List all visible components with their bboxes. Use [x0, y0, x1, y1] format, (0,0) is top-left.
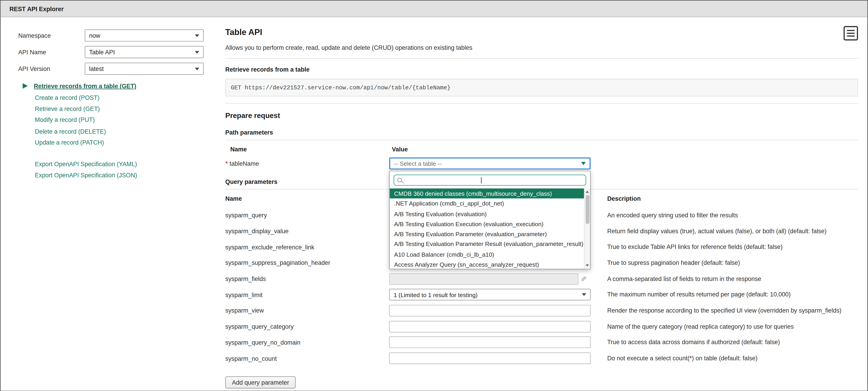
sidebar-item-delete-record-delete[interactable]: Delete a record (DELETE) [35, 128, 106, 135]
query-param-row: sysparm_limit 1 (Limited to 1 result for… [225, 287, 858, 303]
query-param-row: sysparm_no_count Do not execute a select… [225, 350, 858, 366]
export-openapi-json-link[interactable]: Export OpenAPI Specification (JSON) [35, 172, 137, 178]
table-option[interactable]: A/B Testing Evaluation Execution (evalua… [390, 219, 590, 229]
page-title: Table API [225, 26, 262, 38]
path-col-value: Value [389, 146, 591, 152]
sidebar-item-create-record-post[interactable]: Create a record (POST) [35, 94, 100, 101]
tablename-select[interactable]: -- Select a table -- [389, 157, 591, 170]
scrollbar-thumb[interactable] [585, 195, 589, 224]
api-name-select-value: Table API [89, 49, 115, 55]
main-panel: Table API Allows you to perform create, … [216, 17, 867, 391]
api-name-label: API Name [18, 49, 85, 55]
export-links: Export OpenAPI Specification (YAML) Expo… [18, 158, 216, 181]
sidebar-item-modify-record-put[interactable]: Modify a record (PUT) [35, 117, 95, 123]
sidebar-item-retrieve-record-get[interactable]: Retrieve a record (GET) [35, 105, 100, 112]
chevron-down-icon [581, 162, 586, 165]
text-cursor [481, 177, 482, 183]
divider [225, 58, 858, 59]
table-option[interactable]: A10 Load Balancer (cmdb_ci_lb_a10) [390, 249, 590, 260]
query-col-description: Description [591, 195, 858, 202]
scroll-up-icon[interactable] [585, 189, 590, 194]
query-param-row: sysparm_fields ✎ A comma-separated list … [225, 271, 858, 287]
namespace-field: Namespace now [18, 27, 216, 44]
table-option[interactable]: .NET Application (cmdb_ci_appl_dot_net) [390, 199, 590, 209]
prepare-request-title: Prepare request [225, 111, 858, 121]
path-col-name: Name [225, 146, 389, 152]
table-option[interactable]: A/B Testing Evaluation Parameter Result … [390, 239, 590, 249]
sidebar: Namespace now API Name Table API API Ver… [0, 17, 216, 391]
hamburger-icon [847, 30, 855, 31]
export-openapi-yaml-link[interactable]: Export OpenAPI Specification (YAML) [35, 161, 137, 167]
table-option[interactable]: Access Analyzer Query (sn_access_analyze… [390, 259, 590, 269]
chevron-down-icon [582, 293, 586, 296]
required-asterisk: * [225, 160, 228, 167]
api-version-select[interactable]: latest [85, 62, 204, 75]
dropdown-scrollbar[interactable] [584, 189, 590, 269]
query-col-name: Name [225, 195, 389, 202]
sysparm-query-category-input[interactable] [389, 321, 591, 332]
edit-pencil-icon[interactable]: ✎ [581, 275, 587, 283]
table-search-box [394, 175, 586, 186]
scroll-down-icon[interactable] [585, 263, 590, 268]
sysparm-no-count-input[interactable] [389, 353, 591, 364]
table-select-dropdown: CMDB 360 denied classes (cmdb_multisourc… [389, 171, 591, 269]
api-methods-nav: Retrieve records from a table (GET) Crea… [18, 81, 216, 148]
api-description: Allows you to perform create, read, upda… [225, 44, 858, 52]
sidebar-item-update-record-patch[interactable]: Update a record (PATCH) [35, 139, 104, 146]
table-option[interactable]: CMDB 360 denied classes (cmdb_multisourc… [390, 189, 590, 199]
tablename-select-placeholder: -- Select a table -- [394, 160, 442, 167]
namespace-label: Namespace [18, 32, 85, 39]
chevron-down-icon [195, 51, 199, 53]
play-icon [23, 83, 28, 89]
app-header: REST API Explorer [0, 0, 867, 17]
sysparm-view-input[interactable] [389, 305, 591, 316]
api-name-select[interactable]: Table API [85, 46, 204, 58]
path-parameters-heading: Path parameters [225, 129, 858, 140]
table-options-list: CMDB 360 denied classes (cmdb_multisourc… [390, 189, 590, 269]
sysparm-limit-select[interactable]: 1 (Limited to 1 result for testing) [389, 289, 591, 301]
path-params-header-row: Name Value [225, 145, 858, 153]
search-icon [397, 178, 402, 183]
chevron-down-icon [195, 67, 199, 70]
method-row-active: Retrieve records from a table (GET) [18, 81, 216, 92]
api-name-field: API Name Table API [18, 44, 216, 60]
table-search-input[interactable] [403, 176, 480, 185]
api-version-select-value: latest [89, 65, 104, 72]
sysparm-query-no-domain-input[interactable] [389, 337, 591, 348]
query-param-row: sysparm_query_category Name of the query… [225, 318, 858, 334]
endpoint-title: Retrieve records from a table [225, 65, 858, 73]
sysparm-limit-value: 1 (Limited to 1 result for testing) [394, 291, 477, 298]
sysparm-fields-input [389, 273, 579, 285]
api-version-field: API Version latest [18, 60, 216, 77]
api-version-label: API Version [18, 65, 85, 72]
divider [225, 103, 858, 104]
add-query-parameter-button[interactable]: Add query parameter [225, 376, 296, 389]
namespace-select-value: now [89, 32, 100, 39]
request-url: GET https://dev221527.service-now.com/ap… [225, 79, 858, 96]
sidebar-item-retrieve-records-get[interactable]: Retrieve records from a table (GET) [34, 83, 136, 89]
app-title: REST API Explorer [9, 5, 64, 12]
chevron-down-icon [195, 34, 199, 37]
namespace-select[interactable]: now [85, 29, 204, 41]
rest-api-explorer-window: REST API Explorer Namespace now API Name… [0, 0, 868, 391]
menu-button[interactable] [844, 26, 858, 40]
query-param-row: sysparm_query_no_domain True to access d… [225, 334, 858, 350]
path-param-name: tableName [229, 160, 259, 167]
table-option[interactable]: A/B Testing Evaluation Parameter (evalua… [390, 229, 590, 239]
table-option[interactable]: A/B Testing Evaluation (evaluation) [390, 209, 590, 219]
query-param-row: sysparm_view Render the response accordi… [225, 303, 858, 318]
path-param-row: *tableName -- Select a table -- [225, 157, 858, 170]
